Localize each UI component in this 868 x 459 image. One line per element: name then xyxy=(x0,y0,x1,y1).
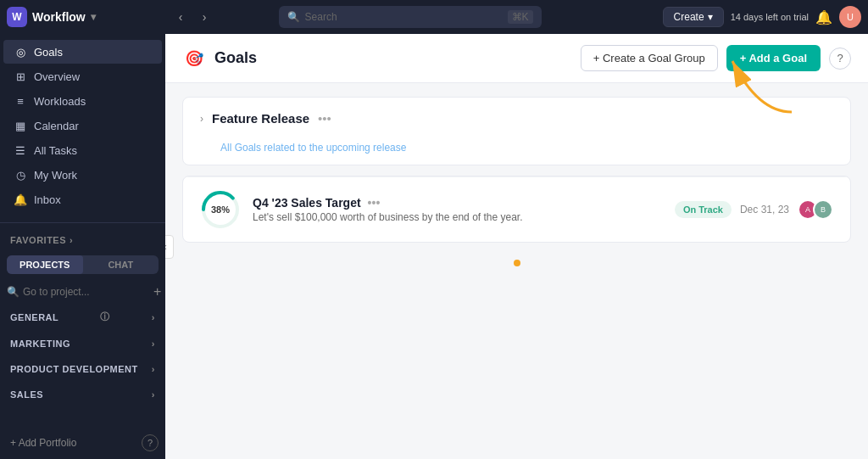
goal-name-row: Q4 '23 Sales Target ••• xyxy=(253,196,663,210)
progress-text: 38% xyxy=(211,204,230,215)
logo-icon: W xyxy=(7,7,27,27)
forward-button[interactable]: › xyxy=(194,7,214,27)
general-chevron-icon: › xyxy=(152,312,155,322)
page-title: Goals xyxy=(214,49,257,67)
project-group-product-dev: PRODUCT DEVELOPMENT › xyxy=(0,360,165,378)
sidebar-inbox-label: Inbox xyxy=(34,193,61,206)
tab-projects[interactable]: PROJECTS xyxy=(7,255,83,274)
sidebar-item-overview[interactable]: ⊞ Overview xyxy=(3,64,162,88)
marketing-label: MARKETING xyxy=(10,339,70,349)
sidebar-item-calendar[interactable]: ▦ Calendar xyxy=(3,114,162,137)
sales-group-header[interactable]: SALES › xyxy=(0,385,165,404)
tab-chat[interactable]: CHAT xyxy=(83,255,159,274)
goal-info: Q4 '23 Sales Target ••• Let's sell $100,… xyxy=(253,196,663,223)
header-actions: + Create a Goal Group + Add a Goal ? xyxy=(581,45,851,71)
sidebar: ◎ Goals ⊞ Overview ≡ Workloads ▦ Calenda… xyxy=(0,34,165,459)
user-avatar[interactable]: U xyxy=(839,6,861,28)
sidebar-help-button[interactable]: ? xyxy=(142,434,159,451)
sidebar-all-tasks-label: All Tasks xyxy=(34,144,77,157)
sidebar-item-my-work[interactable]: ◷ My Work xyxy=(3,163,162,187)
goal-avatar-2: B xyxy=(813,199,833,220)
search-project-icon: 🔍 xyxy=(7,286,19,298)
orange-dot xyxy=(514,260,520,266)
create-button[interactable]: Create ▾ xyxy=(663,7,724,27)
feature-release-desc-text: All Goals related to the upcoming releas… xyxy=(220,142,406,154)
project-group-sales: SALES › xyxy=(0,385,165,404)
create-chevron-icon: ▾ xyxy=(708,11,713,23)
add-portfolio-button[interactable]: + Add Portfolio xyxy=(7,434,80,452)
goal-title: Q4 '23 Sales Target xyxy=(253,196,361,210)
goal-group-feature-release: › Feature Release ••• All Goals related … xyxy=(182,97,851,165)
sidebar-calendar-label: Calendar xyxy=(34,120,79,132)
project-group-marketing: MARKETING › xyxy=(0,334,165,353)
goal-avatars: A B xyxy=(798,199,833,220)
search-icon: 🔍 xyxy=(287,11,300,23)
feature-release-more-icon[interactable]: ••• xyxy=(318,111,331,126)
notification-button[interactable]: 🔔 xyxy=(815,9,832,25)
project-group-general: GENERAL ⓘ › xyxy=(0,306,165,327)
product-dev-group-header[interactable]: PRODUCT DEVELOPMENT › xyxy=(0,360,165,378)
sales-label: SALES xyxy=(10,389,43,400)
sidebar-overview-label: Overview xyxy=(34,70,80,83)
add-project-button[interactable]: + xyxy=(153,284,161,299)
orange-dot-row xyxy=(182,253,851,273)
q4-sales-item: 38% Q4 '23 Sales Target ••• Let's sell $… xyxy=(183,176,850,242)
sales-chevron-icon: › xyxy=(152,389,155,400)
feature-release-name: Feature Release xyxy=(212,111,309,126)
general-group-header[interactable]: GENERAL ⓘ › xyxy=(0,306,165,327)
back-button[interactable]: ‹ xyxy=(170,7,191,27)
project-search-row: 🔍 + xyxy=(0,281,165,303)
nav-buttons: ‹ › xyxy=(170,7,214,27)
general-info-icon: ⓘ xyxy=(100,311,110,323)
goal-item-q4-sales: 38% Q4 '23 Sales Target ••• Let's sell $… xyxy=(182,176,851,243)
goal-more-icon[interactable]: ••• xyxy=(368,196,381,210)
add-goal-button[interactable]: + Add a Goal xyxy=(726,45,821,71)
overview-icon: ⊞ xyxy=(14,70,27,83)
progress-circle: 38% xyxy=(200,189,241,230)
marketing-chevron-icon: › xyxy=(152,339,155,349)
content-area: ‹ 🎯 Goals + Create a Goal Group + Add a … xyxy=(165,34,868,459)
sidebar-tabs: PROJECTS CHAT xyxy=(7,255,159,274)
on-track-badge: On Track xyxy=(675,201,732,218)
feature-release-chevron-icon: › xyxy=(200,113,203,125)
sidebar-item-inbox[interactable]: 🔔 Inbox xyxy=(3,188,162,211)
trial-badge: 14 days left on trial xyxy=(731,12,809,22)
inbox-icon: 🔔 xyxy=(14,193,27,206)
product-dev-chevron-icon: › xyxy=(152,364,155,374)
sidebar-nav: ◎ Goals ⊞ Overview ≡ Workloads ▦ Calenda… xyxy=(0,34,165,217)
my-work-icon: ◷ xyxy=(14,168,27,182)
feature-release-description: All Goals related to the upcoming releas… xyxy=(183,139,850,165)
goals-icon: ◎ xyxy=(14,45,27,59)
app-dropdown-icon[interactable]: ▾ xyxy=(91,11,96,23)
main-layout: ◎ Goals ⊞ Overview ≡ Workloads ▦ Calenda… xyxy=(0,34,868,459)
create-goal-group-button[interactable]: + Create a Goal Group xyxy=(581,45,718,71)
sidebar-item-all-tasks[interactable]: ☰ All Tasks xyxy=(3,138,162,162)
search-shortcut: ⌘K xyxy=(508,10,533,24)
all-tasks-icon: ☰ xyxy=(14,143,27,157)
marketing-group-header[interactable]: MARKETING › xyxy=(0,334,165,353)
page-help-button[interactable]: ? xyxy=(829,48,851,70)
sidebar-divider xyxy=(0,222,165,223)
add-portfolio-label: + Add Portfolio xyxy=(10,437,76,449)
workloads-icon: ≡ xyxy=(14,94,27,108)
sidebar-collapse-button[interactable]: ‹ xyxy=(165,235,174,259)
goal-description: Let's sell $100,000 worth of business by… xyxy=(253,211,663,223)
favorites-section: FAVORITES › xyxy=(0,228,165,249)
feature-release-header[interactable]: › Feature Release ••• xyxy=(183,98,850,139)
app-name: Workflow xyxy=(32,10,86,24)
goal-meta: On Track Dec 31, 23 A B xyxy=(675,199,833,220)
calendar-icon: ▦ xyxy=(14,119,27,132)
topbar-right: Create ▾ 14 days left on trial 🔔 U xyxy=(663,6,861,28)
sidebar-bottom: + Add Portfolio ? xyxy=(0,427,165,459)
goals-body: › Feature Release ••• All Goals related … xyxy=(165,83,868,459)
product-dev-label: PRODUCT DEVELOPMENT xyxy=(10,364,138,374)
project-search-input[interactable] xyxy=(19,284,153,299)
favorites-chevron-icon: › xyxy=(70,235,73,245)
page-header: 🎯 Goals + Create a Goal Group + Add a Go… xyxy=(165,34,868,83)
sidebar-item-goals[interactable]: ◎ Goals xyxy=(3,40,162,64)
goal-date: Dec 31, 23 xyxy=(740,204,789,216)
sidebar-my-work-label: My Work xyxy=(34,169,77,182)
sidebar-item-workloads[interactable]: ≡ Workloads xyxy=(3,89,162,113)
search-bar[interactable]: 🔍 Search ⌘K xyxy=(279,6,542,28)
app-logo: W Workflow ▾ xyxy=(7,7,164,27)
